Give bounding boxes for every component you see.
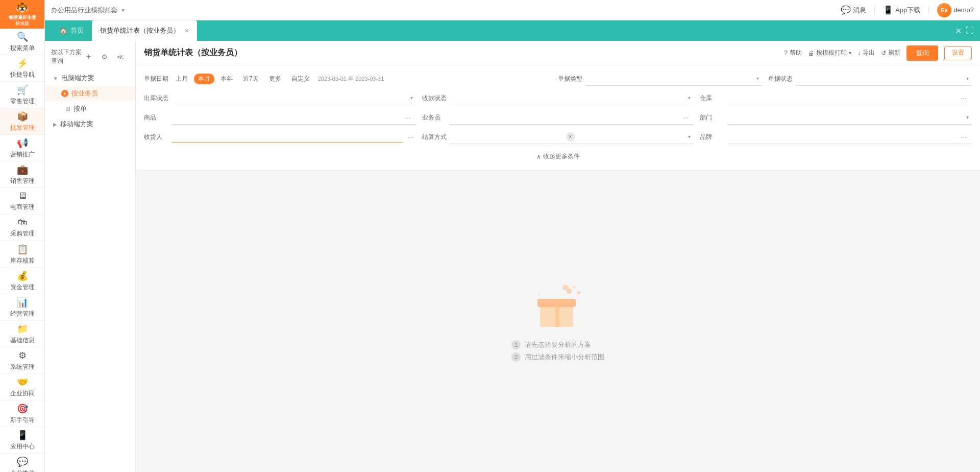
- tree-mobile-schemes[interactable]: ▶ 移动端方案: [45, 116, 135, 132]
- sidebar-item-wholesale[interactable]: 📦 批发管理: [0, 108, 45, 135]
- app-logo: 🐯 畅捷通好生意 标准版: [0, 0, 45, 29]
- help-icon: ?: [784, 50, 788, 57]
- collapse-icon: ≪: [117, 53, 129, 61]
- settlement-clear-button[interactable]: ×: [566, 132, 575, 141]
- salesperson-select[interactable]: ···: [450, 110, 694, 125]
- sidebar-item-cooperation[interactable]: 🤝 企业协同: [0, 374, 45, 400]
- step-num-1: 1: [511, 340, 521, 349]
- salesperson-dots[interactable]: ···: [681, 113, 691, 122]
- right-panel: 销货单统计表（按业务员） ? 帮助 🖨 按模板打印 ▾ ↓ 导出: [136, 41, 980, 472]
- sidebar-item-marketing[interactable]: 📢 营销推广: [0, 135, 45, 161]
- date-tab-custom[interactable]: 自定义: [287, 74, 314, 84]
- payment-status-arrow: ▾: [688, 95, 691, 101]
- sidebar-item-label: 基础信息: [10, 336, 35, 345]
- order-type-select[interactable]: ▾: [585, 72, 762, 86]
- logo-icon: 🐯: [16, 2, 29, 14]
- department-select[interactable]: ▾: [727, 110, 972, 125]
- collapse-more-button[interactable]: ∧ 收起更多条件: [144, 149, 972, 164]
- export-label: 导出: [863, 49, 875, 57]
- delivery-status-select[interactable]: ▾: [172, 91, 416, 105]
- finance-icon: 💰: [17, 270, 28, 281]
- dropdown-arrow[interactable]: ▾: [121, 7, 125, 14]
- sidebar-item-quick-nav[interactable]: ⚡ 快捷导航: [0, 55, 45, 82]
- sidebar-item-basic[interactable]: 📁 基础信息: [0, 321, 45, 347]
- department-label: 部门: [700, 113, 724, 122]
- brand-dots[interactable]: ···: [959, 133, 969, 141]
- payment-status-select[interactable]: ▾: [450, 91, 694, 105]
- sidebar-item-inventory[interactable]: 📋 库存核算: [0, 241, 45, 268]
- message-button[interactable]: 💬 消息: [841, 5, 866, 15]
- tab-active[interactable]: 销货单统计表（按业务员） ×: [92, 20, 197, 41]
- sidebar-item-retail[interactable]: 🛒 零售管理: [0, 82, 45, 108]
- divider2: [928, 6, 929, 14]
- refresh-button[interactable]: ↺ 刷新: [881, 49, 900, 57]
- tab-home[interactable]: 🏠 首页: [51, 20, 92, 41]
- sidebar-item-wechat[interactable]: 💬 企业微信: [0, 454, 45, 472]
- settlement-label: 结算方式: [422, 133, 447, 141]
- workspace-info: 办公用品行业模拟账套 ▾: [51, 6, 125, 15]
- print-button[interactable]: 🖨 按模板打印 ▾: [808, 49, 851, 57]
- scheme-settings-button[interactable]: ⚙: [102, 51, 114, 63]
- tab-close-button[interactable]: ×: [185, 27, 189, 35]
- sidebar-item-newbie[interactable]: 🎯 新手引导: [0, 400, 45, 427]
- help-button[interactable]: ? 帮助: [784, 49, 802, 57]
- left-panel-header: 按以下方案查询 + ⚙ ≪: [45, 45, 135, 68]
- settings-button[interactable]: 设置: [944, 46, 972, 60]
- sidebar-item-search-menu[interactable]: 🔍 搜索菜单: [0, 29, 45, 55]
- tree-by-order[interactable]: ⊞ 按单: [45, 101, 135, 116]
- export-button[interactable]: ↓ 导出: [857, 49, 875, 57]
- main-content: 办公用品行业模拟账套 ▾ 💬 消息 📱 App下载 Ea demo2: [45, 0, 980, 472]
- topbar-right: 💬 消息 📱 App下载 Ea demo2: [841, 3, 974, 17]
- sidebar-item-sales[interactable]: 💼 销售管理: [0, 161, 45, 188]
- pc-schemes-label: 电脑端方案: [61, 74, 94, 83]
- user-profile[interactable]: Ea demo2: [937, 3, 974, 17]
- date-tab-more[interactable]: 更多: [265, 74, 285, 84]
- query-button[interactable]: 查询: [906, 45, 938, 61]
- date-tab-this-year[interactable]: 本年: [216, 74, 237, 84]
- left-panel-title: 按以下方案查询: [51, 48, 83, 65]
- date-tab-last-month[interactable]: 上月: [172, 74, 192, 84]
- collapse-panel-button[interactable]: ≪: [117, 51, 129, 63]
- sidebar-item-system[interactable]: ⚙ 系统管理: [0, 347, 45, 374]
- salesperson-scheme-label: 按业务员: [71, 89, 98, 98]
- receiver-dots[interactable]: ···: [406, 133, 416, 141]
- brand-select[interactable]: ···: [727, 130, 972, 144]
- print-label: 按模板打印: [816, 49, 847, 57]
- goods-select[interactable]: ···: [172, 110, 416, 125]
- step-1-text: 请先选择要分析的方案: [525, 340, 591, 349]
- logo-sub: 标准版: [15, 20, 29, 27]
- goods-dots[interactable]: ···: [403, 113, 413, 122]
- apps-icon: 📱: [17, 430, 28, 441]
- order-status-select[interactable]: ▾: [796, 72, 972, 86]
- purchase-icon: 🛍: [18, 217, 27, 228]
- warehouse-dots[interactable]: ···: [959, 94, 969, 102]
- order-type-arrow: ▾: [756, 76, 759, 81]
- warehouse-select[interactable]: ···: [727, 91, 972, 105]
- mobile-schemes-label: 移动端方案: [60, 120, 93, 129]
- empty-illustration: ✦ ✦: [532, 281, 583, 332]
- svg-text:✦: ✦: [576, 289, 582, 297]
- sidebar-item-ecommerce[interactable]: 🖥 电商管理: [0, 188, 45, 215]
- sidebar-item-operation[interactable]: 📊 经营管理: [0, 294, 45, 321]
- receiver-input[interactable]: [172, 131, 403, 143]
- date-tab-7days[interactable]: 近7天: [239, 74, 263, 84]
- sidebar-item-label: 库存核算: [10, 256, 35, 265]
- sidebar-item-finance[interactable]: 💰 资金管理: [0, 268, 45, 294]
- order-status-filter: 单据状态 ▾: [768, 72, 972, 86]
- delivery-status-label: 出库状态: [144, 94, 168, 103]
- maximize-window-button[interactable]: ⛶: [966, 26, 974, 35]
- app-download-button[interactable]: 📱 App下载: [883, 5, 920, 15]
- refresh-label: 刷新: [888, 49, 900, 57]
- pc-schemes-arrow: ▼: [53, 76, 58, 81]
- app-download-icon: 📱: [883, 5, 893, 15]
- add-scheme-button[interactable]: +: [86, 51, 99, 63]
- by-order-label: 按单: [74, 104, 87, 113]
- tree-pc-schemes[interactable]: ▼ 电脑端方案: [45, 70, 135, 86]
- page-area: 按以下方案查询 + ⚙ ≪ ▼ 电脑端方案 ● 按业务员: [45, 41, 980, 472]
- close-window-button[interactable]: ✕: [955, 26, 962, 36]
- date-tab-this-month[interactable]: 本月: [194, 74, 214, 84]
- sidebar-item-apps[interactable]: 📱 应用中心: [0, 427, 45, 454]
- sidebar-item-purchase[interactable]: 🛍 采购管理: [0, 215, 45, 241]
- settlement-select[interactable]: × ▾: [450, 130, 694, 144]
- tree-salesperson-scheme[interactable]: ● 按业务员: [45, 86, 135, 101]
